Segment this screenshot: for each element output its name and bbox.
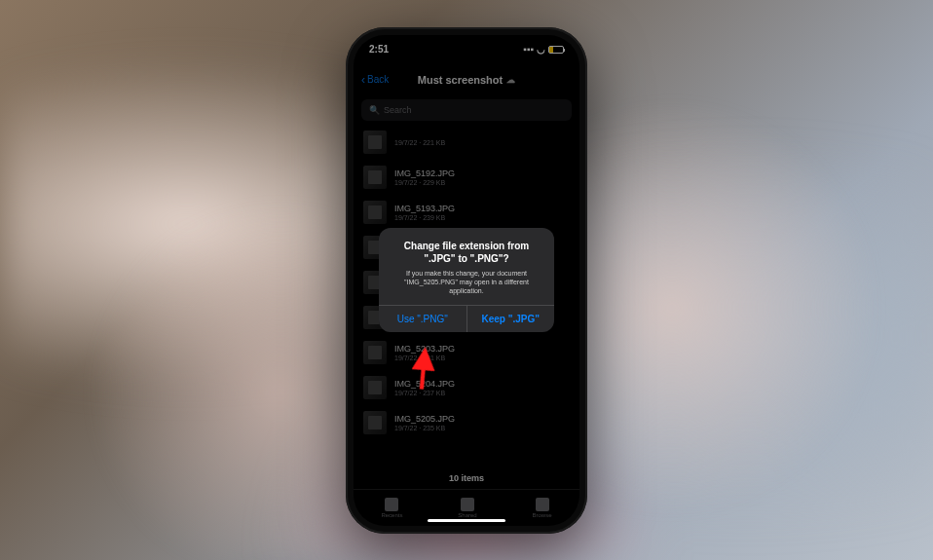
keep-jpg-button[interactable]: Keep ".JPG": [467, 306, 555, 332]
phone-notch: [418, 35, 515, 56]
phone-screen: 2:51 ▪▪▪ ◡ ‹ Back Must screenshot ☁ 🔍 Se…: [354, 35, 579, 526]
dialog-content: Change file extension from ".JPG" to ".P…: [379, 228, 554, 305]
phone-frame: 2:51 ▪▪▪ ◡ ‹ Back Must screenshot ☁ 🔍 Se…: [346, 27, 587, 534]
extension-dialog: Change file extension from ".JPG" to ".P…: [379, 228, 554, 332]
svg-line-1: [404, 351, 442, 389]
dialog-actions: Use ".PNG" Keep ".JPG": [379, 305, 554, 332]
use-png-button[interactable]: Use ".PNG": [379, 306, 467, 332]
dialog-overlay: Change file extension from ".JPG" to ".P…: [354, 35, 579, 526]
dialog-title: Change file extension from ".JPG" to ".P…: [389, 240, 544, 265]
dialog-message: If you make this change, your document "…: [389, 269, 544, 295]
